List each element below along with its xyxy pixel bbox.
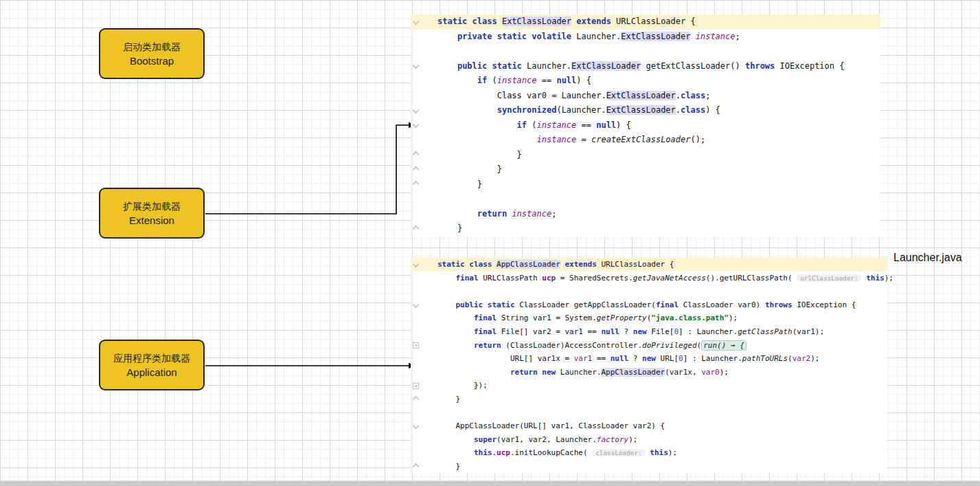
code-line: }); (411, 379, 887, 393)
file-name-label: Launcher.java (893, 252, 962, 264)
editor-gutter (411, 14, 420, 237)
fold-marker-icon[interactable] (413, 383, 419, 389)
editor-gutter (411, 258, 420, 474)
fold-marker-icon[interactable] (413, 122, 420, 129)
code-line: AppClassLoader(URL[] var1, ClassLoader v… (411, 419, 887, 433)
node-application-classloader[interactable]: 应用程序类加载器 Application (99, 340, 205, 390)
fold-marker-icon[interactable] (413, 301, 420, 308)
node-extension-label-en: Extension (129, 213, 174, 228)
node-application-label-en: Application (126, 365, 176, 379)
code-line: } (411, 460, 887, 474)
fold-marker-icon[interactable] (413, 342, 419, 349)
code-line: super(var1, var2, Launcher.factory); (411, 433, 887, 447)
horizontal-scrollbar[interactable] (0, 481, 980, 486)
code-line: Class var0 = Launcher.ExtClassLoader.cla… (411, 89, 880, 104)
code-line (411, 192, 880, 207)
node-bootstrap-classloader[interactable]: 启动类加载器 Bootstrap (99, 28, 205, 79)
code-line: if (instance == null) { (411, 74, 880, 89)
code-line: if (instance == null) { (411, 118, 880, 133)
code-line: return (ClassLoader)AccessController.doP… (411, 339, 887, 353)
fold-marker-icon[interactable] (413, 395, 420, 402)
code-line: static class ExtClassLoader extends URLC… (411, 14, 880, 30)
node-extension-classloader[interactable]: 扩展类加载器 Extension (99, 188, 205, 239)
node-bootstrap-label-zh: 启动类加载器 (123, 40, 181, 54)
connector-extension[interactable] (205, 125, 409, 214)
diagram-canvas: 启动类加载器 Bootstrap 扩展类加载器 Extension 应用程序类加… (0, 0, 980, 486)
code-line: final String var1 = System.getProperty("… (411, 311, 887, 325)
code-line: final URLClassPath ucp = SharedSecrets.g… (411, 272, 887, 285)
code-line: URL[] var1x = var1 == null ? new URL[0] … (411, 352, 887, 366)
fold-marker-icon[interactable] (413, 463, 420, 470)
code-line: return new Launcher.AppClassLoader(var1x… (411, 366, 887, 379)
code-line: static class AppClassLoader extends URLC… (411, 258, 887, 272)
code-line: this.ucp.initLookupCache( classLoader: t… (411, 446, 887, 460)
fold-marker-icon[interactable] (413, 166, 420, 173)
code-line: public static Launcher.ExtClassLoader ge… (411, 59, 880, 74)
fold-marker-icon[interactable] (413, 63, 420, 69)
fold-marker-icon[interactable] (413, 18, 420, 25)
code-line: instance = createExtClassLoader(); (411, 133, 880, 148)
code-line: } (411, 177, 880, 192)
code-snippet-extclassloader: static class ExtClassLoader extends URLC… (411, 14, 880, 237)
code-line: } (411, 393, 887, 406)
code-line: public static ClassLoader getAppClassLoa… (411, 298, 887, 312)
code-line: synchronized(Launcher.ExtClassLoader.cla… (411, 103, 880, 118)
code-line (411, 285, 887, 298)
fold-marker-icon[interactable] (413, 181, 420, 188)
fold-marker-icon[interactable] (413, 423, 420, 430)
code-lines: static class ExtClassLoader extends URLC… (411, 14, 880, 236)
fold-marker-icon[interactable] (413, 107, 420, 113)
code-line: } (411, 221, 880, 236)
code-snippet-appclassloader: static class AppClassLoader extends URLC… (411, 258, 887, 474)
code-line (411, 44, 880, 59)
fold-marker-icon[interactable] (413, 261, 420, 267)
code-line: final File[] var2 = var1 == null ? new F… (411, 325, 887, 339)
node-bootstrap-label-en: Bootstrap (130, 54, 174, 68)
code-line: return instance; (411, 207, 880, 222)
code-line: } (411, 148, 880, 163)
fold-marker-icon[interactable] (413, 151, 420, 158)
code-line: } (411, 162, 880, 177)
code-lines: static class AppClassLoader extends URLC… (411, 258, 887, 474)
code-line (411, 406, 887, 420)
code-line: private static volatile Launcher.ExtClas… (411, 30, 880, 45)
node-application-label-zh: 应用程序类加载器 (113, 351, 190, 365)
node-extension-label-zh: 扩展类加载器 (123, 199, 181, 213)
fold-marker-icon[interactable] (413, 225, 420, 232)
